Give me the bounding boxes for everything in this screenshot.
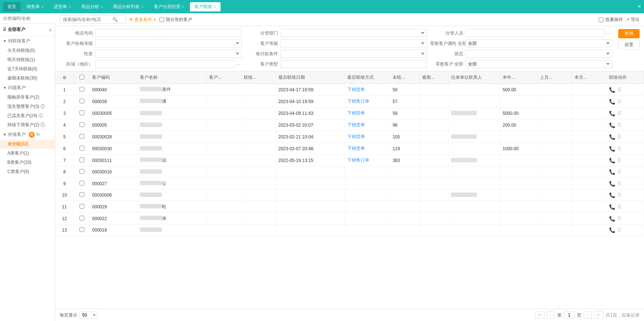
sidebar-item-stockpile-abnormal[interactable]: 囤购异常客户(2) [0, 93, 55, 102]
row-checkbox[interactable] [80, 87, 84, 92]
col-settings[interactable]: ⚙ [55, 71, 74, 84]
row-checkbox[interactable] [80, 169, 84, 174]
row-checkbox[interactable] [80, 99, 84, 103]
retail-select[interactable]: 全部 [465, 60, 612, 68]
phone-action-icon[interactable]: 📞 [609, 122, 615, 128]
more-action-icon[interactable]: ⠿ [617, 181, 621, 187]
sidebar-item-tomorrow-pending[interactable]: 明天待联络(1) [0, 55, 55, 64]
more-action-icon[interactable]: ⠿ [617, 227, 621, 233]
row-checkbox[interactable] [80, 227, 84, 232]
phone-action-icon[interactable]: 📞 [609, 99, 615, 105]
sidebar-group-problem[interactable]: ▼ 问题客户 [0, 83, 55, 93]
phone-action-icon[interactable]: 📞 [609, 192, 615, 198]
page-next-btn[interactable]: › [584, 311, 592, 319]
reset-button[interactable]: 设置 [618, 40, 640, 50]
more-action-icon[interactable]: ⠿ [617, 99, 621, 105]
col-this-month[interactable]: 本月... [572, 71, 607, 84]
phone-action-icon[interactable]: 📞 [609, 169, 615, 175]
phone-action-icon[interactable]: 📞 [609, 227, 615, 233]
more-action-icon[interactable]: ⠿ [617, 146, 621, 152]
sidebar-item-churn-warning[interactable]: 流失预警客户(3) ⓘ [0, 102, 55, 111]
col-last-month[interactable]: 上月... [538, 71, 572, 84]
select-all-checkbox[interactable] [80, 75, 84, 80]
per-page-select[interactable]: 50 100 200 [80, 311, 98, 319]
sidebar-item-class-b[interactable]: B类客户(33) [0, 158, 55, 167]
query-button[interactable]: 查询 [618, 29, 640, 38]
nav-purchase-close[interactable]: × [68, 4, 71, 9]
last-way-link[interactable]: 下销货单 [347, 146, 365, 151]
row-checkbox[interactable] [80, 134, 84, 139]
phone-action-icon[interactable]: 📞 [609, 181, 615, 187]
last-way-link[interactable]: 下销货单 [347, 110, 365, 116]
nav-product-list-close[interactable]: × [141, 4, 143, 9]
sidebar-item-class-a[interactable]: A类客户(1) [0, 149, 55, 158]
more-action-icon[interactable]: ⠿ [617, 192, 621, 198]
phone-action-icon[interactable]: 📞 [609, 204, 615, 210]
page-input[interactable] [564, 311, 575, 319]
phone-action-icon[interactable]: 📞 [609, 134, 615, 140]
more-action-icon[interactable]: ⠿ [617, 122, 621, 128]
sidebar-item-7days-pending[interactable]: 近7天待联络(0) [0, 64, 55, 74]
sidebar-item-declining[interactable]: 持续下滑客户(2) ⓘ [0, 120, 55, 130]
nav-customer-tier-close[interactable]: × [182, 4, 184, 9]
more-action-icon[interactable]: ⠿ [617, 158, 621, 163]
sidebar-item-churned[interactable]: 已流失客户(24) ⓘ [0, 111, 55, 120]
row-checkbox[interactable] [80, 204, 84, 209]
batch-operation-btn[interactable]: 批量操作 [599, 17, 623, 23]
more-action-icon[interactable]: ⠿ [617, 204, 621, 210]
sidebar-item-overdue-contact[interactable]: 逾期未联络(30) [0, 74, 55, 83]
col-no-contact-days[interactable]: 未联... [390, 71, 419, 84]
col-overdue[interactable]: 逾期... [419, 71, 448, 84]
export-btn[interactable]: ↗ 导出 [626, 17, 640, 23]
nav-product-analysis-list[interactable]: 商品分析列表 × [109, 2, 148, 11]
my-customers-checkbox[interactable] [159, 17, 164, 22]
dept-select[interactable] [280, 29, 427, 37]
region-dots[interactable]: ··· [235, 61, 242, 67]
row-checkbox[interactable] [80, 122, 84, 127]
refresh-icon[interactable]: ↻ [36, 132, 40, 137]
nav-customer-contact-close[interactable]: × [214, 4, 216, 9]
customer-type-input[interactable] [280, 60, 427, 68]
nav-product-analysis-close[interactable]: × [101, 4, 103, 9]
nav-customer-tier[interactable]: 客户分层经营 × [149, 2, 189, 11]
phone-input[interactable] [95, 29, 242, 37]
nav-sales-close[interactable]: × [41, 4, 43, 9]
sidebar-group-pending[interactable]: ▼ 待联络客户 [0, 36, 55, 46]
row-checkbox[interactable] [80, 146, 84, 151]
page-prev-btn[interactable]: ‹ [547, 311, 555, 319]
filter-search-input[interactable] [63, 17, 111, 22]
phone-action-icon[interactable]: 📞 [609, 216, 615, 222]
filter-search-icon[interactable]: 🔍 [112, 17, 118, 22]
col-contact[interactable]: 联络... [241, 71, 276, 84]
batch-op-checkbox[interactable] [599, 17, 603, 22]
phone-action-icon[interactable]: 📞 [609, 87, 615, 93]
phone-action-icon[interactable]: 📞 [609, 158, 615, 163]
col-customer-code[interactable]: 客户编码 [90, 71, 138, 84]
manager-input[interactable] [465, 29, 605, 37]
row-checkbox[interactable] [80, 181, 84, 186]
row-checkbox[interactable] [80, 216, 84, 221]
nav-purchase-order[interactable]: 进货单 × [49, 2, 75, 11]
col-last-contact-way[interactable]: 最后联络方式 [345, 71, 390, 84]
filter-my-customers[interactable]: 我分管的客户 [159, 17, 192, 23]
last-way-link[interactable]: 下销货单 [347, 87, 365, 92]
more-action-icon[interactable]: ⠿ [617, 134, 621, 140]
page-last-btn[interactable]: K [594, 311, 603, 319]
row-checkbox[interactable] [80, 158, 84, 162]
last-way-link[interactable]: 下销货单 [347, 134, 365, 139]
more-action-icon[interactable]: ⠿ [617, 110, 621, 116]
col-unit-contact[interactable]: 往来单位联系人 [449, 71, 500, 84]
more-action-icon[interactable]: ⠿ [617, 169, 621, 175]
price-tier-select[interactable] [95, 39, 242, 47]
payment-select[interactable] [280, 50, 427, 58]
nav-home[interactable]: 首页 [3, 2, 21, 11]
sidebar-item-class-c[interactable]: C类客户(6) [0, 167, 55, 176]
col-last-contact-date[interactable]: 最后联络日期 [276, 71, 345, 84]
sidebar-all-customers[interactable]: ⠿ 全部客户 « [0, 24, 55, 36]
col-customer-type[interactable]: 客户... [207, 71, 242, 84]
nav-sales-order[interactable]: 销售单 × [22, 2, 48, 11]
last-way-link[interactable]: 下销售订单 [347, 99, 369, 104]
sidebar-search-input[interactable] [3, 16, 58, 21]
nature-select[interactable] [95, 50, 242, 58]
row-checkbox[interactable] [80, 110, 84, 115]
